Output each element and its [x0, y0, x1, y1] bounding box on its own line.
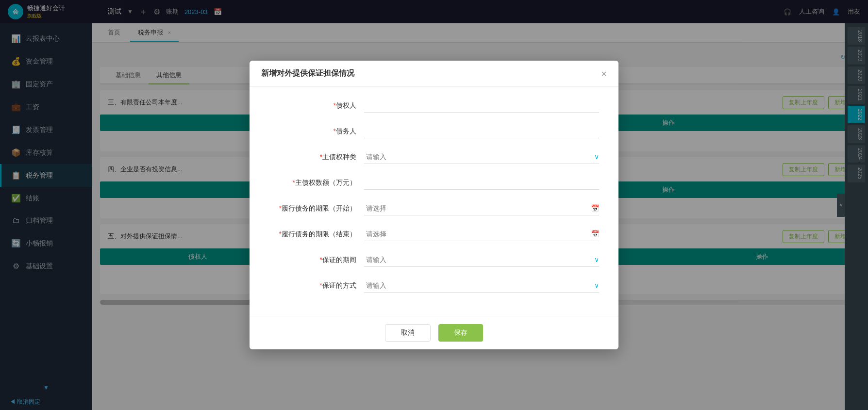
cancel-button[interactable]: 取消: [385, 324, 431, 342]
label-guarantee-method: *保证的方式: [269, 281, 356, 290]
select-wrapper-guarantee-period: ∨: [364, 253, 599, 267]
dialog: 新增对外提供保证担保情况 × *债权人 *债务人 *: [250, 61, 618, 349]
date-wrapper-period-start: 📅: [364, 201, 599, 215]
label-guarantee-period: *保证的期间: [269, 256, 356, 264]
calendar-icon-period-end[interactable]: 📅: [591, 230, 599, 238]
dialog-overlay: 新增对外提供保证担保情况 × *债权人 *债务人 *: [0, 0, 868, 410]
dialog-footer: 取消 保存: [250, 316, 618, 349]
calendar-icon-period-start[interactable]: 📅: [591, 204, 599, 212]
select-debt-type[interactable]: [364, 150, 594, 164]
select-guarantee-period[interactable]: [364, 253, 594, 266]
form-row-period-start: *履行债务的期限（开始） 📅: [269, 201, 599, 215]
label-creditor: *债权人: [269, 101, 356, 110]
dialog-header: 新增对外提供保证担保情况 ×: [250, 61, 618, 87]
chevron-down-icon-debt-type[interactable]: ∨: [594, 153, 599, 161]
form-row-debtor: *债务人: [269, 124, 599, 138]
form-row-period-end: *履行债务的期限（结束） 📅: [269, 227, 599, 241]
select-wrapper-guarantee-method: ∨: [364, 279, 599, 293]
dialog-close-button[interactable]: ×: [601, 69, 607, 79]
dialog-title: 新增对外提供保证担保情况: [261, 68, 354, 79]
save-button[interactable]: 保存: [438, 324, 483, 342]
input-debt-amount[interactable]: [364, 176, 599, 190]
form-row-guarantee-period: *保证的期间 ∨: [269, 253, 599, 267]
dialog-body: *债权人 *债务人 *主债权种类 ∨: [250, 87, 618, 316]
chevron-down-icon-guarantee-period[interactable]: ∨: [594, 256, 599, 263]
input-debtor[interactable]: [364, 124, 599, 138]
label-period-end: *履行债务的期限（结束）: [269, 230, 356, 239]
date-wrapper-period-end: 📅: [364, 227, 599, 241]
label-debtor: *债务人: [269, 127, 356, 136]
input-creditor[interactable]: [364, 98, 599, 113]
chevron-down-icon-guarantee-method[interactable]: ∨: [594, 281, 599, 289]
select-wrapper-debt-type: ∨: [364, 150, 599, 164]
label-period-start: *履行债务的期限（开始）: [269, 204, 356, 213]
form-row-debt-type: *主债权种类 ∨: [269, 150, 599, 164]
label-debt-amount: *主债权数额（万元）: [269, 179, 356, 187]
select-guarantee-method[interactable]: [364, 279, 594, 292]
date-input-period-start[interactable]: [364, 201, 591, 215]
form-row-guarantee-method: *保证的方式 ∨: [269, 279, 599, 293]
label-debt-type: *主债权种类: [269, 153, 356, 162]
form-row-debt-amount: *主债权数额（万元）: [269, 176, 599, 190]
date-input-period-end[interactable]: [364, 227, 591, 241]
form-row-creditor: *债权人: [269, 98, 599, 113]
